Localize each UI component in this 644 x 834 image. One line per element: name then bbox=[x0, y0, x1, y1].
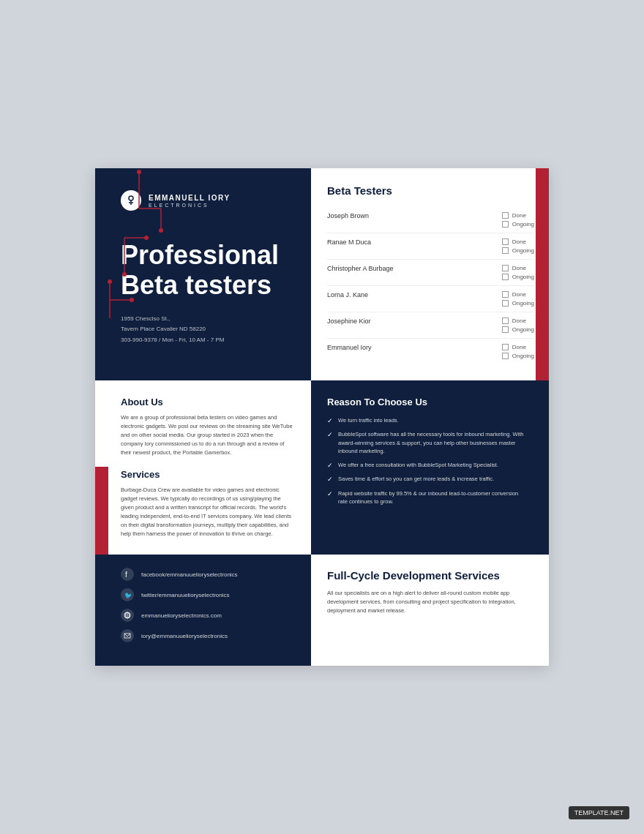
logo-icon bbox=[121, 190, 141, 211]
services-text: Burbage-Duca Crew are available for vide… bbox=[121, 486, 293, 538]
tester-list: Joseph Brown Done Ongoing Ranae M Duca D… bbox=[327, 207, 534, 364]
bottom-section: f facebook/emmanuuelioryselectronics 🐦 t… bbox=[95, 555, 549, 666]
reason-text: Rapid website traffic by 99.5% & our inb… bbox=[338, 489, 527, 506]
ongoing-checkbox[interactable]: Ongoing bbox=[502, 247, 534, 254]
svg-point-4 bbox=[159, 228, 163, 233]
facebook-link[interactable]: facebook/emmanuuelioryselectronics bbox=[141, 571, 238, 578]
table-row: Joseph Brown Done Ongoing bbox=[327, 207, 534, 233]
table-row: Ranae M Duca Done Ongoing bbox=[327, 233, 534, 260]
checkbox-group: Done Ongoing bbox=[502, 238, 534, 254]
ongoing-checkbox[interactable]: Ongoing bbox=[502, 353, 534, 359]
left-hero-panel: EMMANUELL IORY ELECTRONICS Professional … bbox=[95, 168, 311, 380]
checkmark-icon: ✓ bbox=[327, 417, 333, 424]
red-accent-bar-right bbox=[536, 168, 549, 380]
reason-text: BubbleSpot software has all the necessar… bbox=[338, 430, 527, 455]
tester-name: Emmanuel Iory bbox=[327, 344, 422, 351]
done-checkbox[interactable]: Done bbox=[502, 265, 534, 271]
reason-text: We offer a free consultation with Bubble… bbox=[338, 461, 498, 469]
ongoing-checkbox[interactable]: Ongoing bbox=[502, 274, 534, 280]
address-line2: Tavern Place Cavalier ND 58220 bbox=[121, 324, 289, 334]
done-checkbox[interactable]: Done bbox=[502, 212, 534, 219]
logo-text: EMMANUELL IORY ELECTRONICS bbox=[149, 194, 231, 208]
ongoing-checkbox[interactable]: Ongoing bbox=[502, 326, 534, 333]
reason-panel: Reason To Choose Us ✓ We turn traffic in… bbox=[311, 380, 549, 555]
full-cycle-panel: Full-Cycle Development Services All our … bbox=[311, 555, 549, 666]
list-item: 🐦 twitter/emmanuuelioryselectronics bbox=[121, 588, 293, 601]
svg-point-3 bbox=[137, 170, 141, 174]
logo-area: EMMANUELL IORY ELECTRONICS bbox=[121, 190, 289, 211]
tester-name: Joseph Brown bbox=[327, 212, 422, 219]
twitter-link[interactable]: twitter/emmanuuelioryselectronics bbox=[141, 592, 230, 598]
reason-list: ✓ We turn traffic into leads. ✓ BubbleSp… bbox=[327, 416, 527, 506]
hero-title: Professional Beta testers bbox=[121, 240, 289, 301]
done-checkbox[interactable]: Done bbox=[502, 291, 534, 298]
checkmark-icon: ✓ bbox=[327, 476, 333, 483]
checkbox-group: Done Ongoing bbox=[502, 344, 534, 359]
checkbox-group: Done Ongoing bbox=[502, 265, 534, 280]
table-row: Lorna J. Kane Done Ongoing bbox=[327, 286, 534, 312]
tester-name: Ranae M Duca bbox=[327, 238, 422, 246]
svg-point-13 bbox=[129, 196, 133, 200]
done-checkbox[interactable]: Done bbox=[502, 318, 534, 324]
tester-name: Lorna J. Kane bbox=[327, 291, 422, 298]
tester-name: Christopher A Burbage bbox=[327, 265, 422, 272]
table-row: Christopher A Burbage Done Ongoing bbox=[327, 260, 534, 286]
middle-section: About Us We are a group of professional … bbox=[95, 380, 549, 555]
email-link[interactable]: iory@emmanuuelioryselectronics bbox=[141, 633, 228, 639]
svg-point-12 bbox=[108, 279, 112, 284]
list-item: ✓ We offer a free consultation with Bubb… bbox=[327, 461, 527, 469]
svg-text:f: f bbox=[125, 571, 127, 578]
table-row: Josephine Kior Done Ongoing bbox=[327, 312, 534, 339]
address-block: 1959 Chesclso St., Tavern Place Cavalier… bbox=[121, 314, 289, 345]
done-checkbox[interactable]: Done bbox=[502, 344, 534, 350]
website-icon bbox=[121, 609, 134, 622]
address-line3: 303-990-9378 / Mon - Fri, 10 AM - 7 PM bbox=[121, 335, 289, 345]
template-badge: TEMPLATE.NET bbox=[569, 806, 629, 819]
checkbox-group: Done Ongoing bbox=[502, 291, 534, 307]
list-item: f facebook/emmanuuelioryselectronics bbox=[121, 568, 293, 581]
svg-text:🐦: 🐦 bbox=[124, 591, 131, 598]
twitter-icon: 🐦 bbox=[121, 588, 134, 601]
reason-title: Reason To Choose Us bbox=[327, 397, 527, 407]
social-panel: f facebook/emmanuuelioryselectronics 🐦 t… bbox=[95, 555, 311, 666]
ongoing-checkbox[interactable]: Ongoing bbox=[502, 221, 534, 228]
facebook-icon: f bbox=[121, 568, 134, 581]
reason-text: We turn traffic into leads. bbox=[338, 416, 399, 424]
about-text: We are a group of professional beta test… bbox=[121, 413, 293, 457]
beta-testers-panel: Beta Testers Joseph Brown Done Ongoing R… bbox=[311, 168, 549, 380]
company-subtitle: ELECTRONICS bbox=[149, 203, 231, 208]
list-item: ✓ BubbleSpot software has all the necess… bbox=[327, 430, 527, 455]
list-item: iory@emmanuuelioryselectronics bbox=[121, 629, 293, 642]
reason-text: Saves time & effort so you can get more … bbox=[338, 475, 494, 483]
beta-testers-title: Beta Testers bbox=[327, 184, 534, 197]
address-line1: 1959 Chesclso St., bbox=[121, 314, 289, 324]
checkmark-icon: ✓ bbox=[327, 431, 333, 438]
tester-name: Josephine Kior bbox=[327, 318, 422, 325]
list-item: ✓ Rapid website traffic by 99.5% & our i… bbox=[327, 489, 527, 506]
done-checkbox[interactable]: Done bbox=[502, 238, 534, 245]
list-item: emmanuelioryselectronics.com bbox=[121, 609, 293, 622]
checkmark-icon: ✓ bbox=[327, 462, 333, 469]
full-cycle-text: All our specialists are on a high alert … bbox=[327, 589, 527, 615]
table-row: Emmanuel Iory Done Ongoing bbox=[327, 339, 534, 364]
company-name: EMMANUELL IORY bbox=[149, 194, 231, 203]
top-section: EMMANUELL IORY ELECTRONICS Professional … bbox=[95, 168, 549, 380]
red-accent-bar-left bbox=[95, 467, 108, 555]
list-item: ✓ We turn traffic into leads. bbox=[327, 416, 527, 424]
about-title: About Us bbox=[121, 397, 293, 407]
about-services-panel: About Us We are a group of professional … bbox=[95, 380, 311, 555]
ongoing-checkbox[interactable]: Ongoing bbox=[502, 300, 534, 307]
services-title: Services bbox=[121, 469, 293, 480]
list-item: ✓ Saves time & effort so you can get mor… bbox=[327, 475, 527, 483]
document-page: EMMANUELL IORY ELECTRONICS Professional … bbox=[95, 168, 549, 666]
checkbox-group: Done Ongoing bbox=[502, 212, 534, 228]
email-icon bbox=[121, 629, 134, 642]
full-cycle-title: Full-Cycle Development Services bbox=[327, 569, 527, 582]
checkmark-icon: ✓ bbox=[327, 490, 333, 497]
website-link[interactable]: emmanuelioryselectronics.com bbox=[141, 612, 222, 619]
checkbox-group: Done Ongoing bbox=[502, 318, 534, 333]
